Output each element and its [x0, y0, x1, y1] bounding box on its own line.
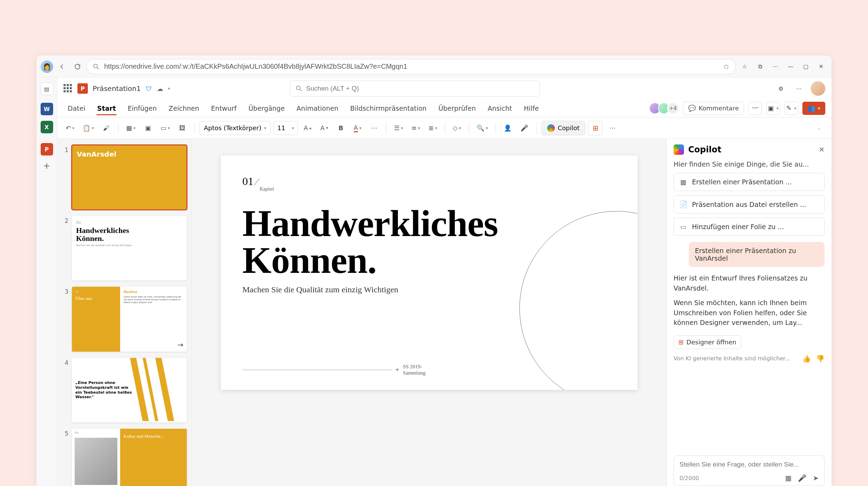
copilot-close-button[interactable]: ✕ — [819, 145, 825, 154]
font-size-select[interactable]: 11▾ — [274, 121, 298, 135]
slide-canvas[interactable]: 01 ∕ Kapitel HandwerklichesKönnen. Mache… — [192, 139, 666, 486]
collections-icon[interactable]: ⧉ — [754, 60, 766, 73]
current-slide[interactable]: 01 ∕ Kapitel HandwerklichesKönnen. Mache… — [221, 156, 637, 390]
tab-zeichnen[interactable]: Zeichnen — [165, 102, 203, 115]
new-slide-button[interactable]: ▦▾ — [123, 121, 138, 135]
catch-up-button[interactable]: 〰 — [748, 102, 762, 115]
share-button[interactable]: 👥 ▾ — [802, 102, 825, 115]
search-box[interactable] — [290, 81, 540, 97]
thumb-number: 2 — [62, 216, 68, 280]
more-font-button[interactable]: ⋯ — [367, 121, 381, 135]
app-rail: P + — [36, 139, 57, 486]
presence-avatars[interactable]: +4 — [652, 102, 679, 114]
align-button[interactable]: ≣▾ — [426, 121, 440, 135]
rail-powerpoint-icon[interactable]: P — [41, 143, 53, 156]
font-color-button[interactable]: A▾ — [351, 121, 365, 135]
thumbnail-1[interactable]: VanArsdel — [72, 145, 187, 210]
tab-entwurf[interactable]: Entwurf — [207, 102, 241, 115]
tab-hilfe[interactable]: Hilfe — [520, 102, 543, 115]
thumbs-up-button[interactable]: 👍 — [802, 354, 811, 363]
address-bar[interactable]: ✩ — [86, 59, 736, 74]
format-painter-button[interactable]: 🖌 — [99, 121, 113, 135]
suggestion-add-slide[interactable]: ▭Hinzufügen einer Folie zu ... — [674, 218, 825, 236]
picture-button[interactable]: 🖼 — [175, 121, 189, 135]
shrink-font-button[interactable]: A▾ — [317, 121, 331, 135]
save-status-icon[interactable]: ☁ — [157, 85, 163, 92]
find-button[interactable]: 🔍▾ — [474, 121, 491, 135]
copilot-input-box[interactable]: 0/2000 ▦ 🎤 ➤ — [674, 455, 825, 486]
reuse-slides-button[interactable]: ▣ — [141, 121, 155, 135]
tab-ansicht[interactable]: Ansicht — [483, 102, 516, 115]
thumbnail-2[interactable]: 01/ HandwerklichesKönnen. Machen Sie die… — [72, 216, 187, 280]
copilot-text-input[interactable] — [679, 461, 819, 468]
undo-button[interactable]: ↶▾ — [63, 121, 77, 135]
ribbon-tabs: Datei Start Einfügen Zeichnen Entwurf Üb… — [57, 99, 832, 117]
thumbs-down-button[interactable]: 👎 — [816, 354, 825, 363]
paste-button[interactable]: 📋▾ — [80, 121, 97, 135]
search-input[interactable] — [306, 85, 534, 92]
tab-ueberpruefen[interactable]: Überprüfen — [434, 102, 480, 115]
favorites-icon[interactable]: ☆ — [738, 60, 751, 73]
tab-animationen[interactable]: Animationen — [292, 102, 343, 115]
url-input[interactable] — [104, 62, 718, 70]
edit-button[interactable]: ✎ ▾ — [784, 102, 798, 115]
char-counter: 0/2000 — [679, 475, 699, 481]
thumbnail-5[interactable]: 03/ Kultur und Mensche... — [72, 429, 187, 486]
rail-tab-icon[interactable]: ▤ — [41, 83, 53, 95]
numbering-button[interactable]: ≡▾ — [409, 121, 423, 135]
document-title[interactable]: Präsentation1 — [93, 84, 141, 93]
tab-datei[interactable]: Datei — [64, 102, 90, 115]
tab-bildschirm[interactable]: Bildschirmpräsentation — [346, 102, 431, 115]
suggestion-from-file[interactable]: 📄Präsentation aus Datei erstellen ... — [674, 195, 825, 213]
shapes-button[interactable]: ◇▾ — [450, 121, 464, 135]
dictate-button[interactable]: 🎤 — [517, 121, 531, 135]
font-select[interactable]: Aptos (Textkörper)▾ — [199, 121, 271, 135]
user-avatar[interactable] — [811, 81, 825, 96]
app-window: 👩 ✩ ☆ ⧉ ⋯ — ▢ ✕ ▤ P Präsentation1 🛡 ☁ ▾ — [36, 56, 832, 486]
thumbnail-4[interactable]: „Eine Person ohne Vorstellungskraft ist … — [72, 358, 187, 422]
assistant-message: Wenn Sie möchten, kann ich Ihnen beim Um… — [674, 298, 825, 328]
tab-einfuegen[interactable]: Einfügen — [124, 102, 161, 115]
bullets-button[interactable]: ☰▾ — [391, 121, 406, 135]
shield-icon[interactable]: 🛡 — [146, 85, 152, 92]
back-button[interactable] — [56, 60, 68, 73]
bold-button[interactable]: B — [334, 121, 348, 135]
thumb-number: 4 — [62, 358, 68, 422]
grow-font-button[interactable]: A▴ — [301, 121, 315, 135]
toolbar-more-button[interactable]: ⋯ — [606, 121, 619, 135]
mic-icon[interactable]: 🎤 — [798, 474, 807, 482]
rail-add-button[interactable]: + — [43, 161, 50, 171]
send-button[interactable]: ➤ — [813, 474, 819, 482]
designer-button[interactable]: ⊞ — [588, 121, 603, 135]
app-launcher-icon[interactable] — [64, 84, 73, 93]
rail-word-icon[interactable]: W — [41, 103, 53, 115]
refresh-button[interactable] — [71, 60, 84, 73]
more-icon[interactable]: ⋯ — [769, 60, 782, 73]
tab-start[interactable]: Start — [93, 102, 120, 115]
attach-icon[interactable]: ▦ — [785, 474, 792, 482]
comment-icon: 💬 — [688, 104, 696, 112]
close-button[interactable]: ✕ — [815, 60, 827, 73]
suggestion-create-presentation[interactable]: ▦Erstellen einer Präsentation ... — [674, 173, 825, 191]
comments-button[interactable]: 💬 Kommentare — [683, 102, 744, 115]
settings-icon[interactable]: ⚙ — [775, 82, 787, 95]
copilot-icon — [547, 124, 555, 132]
title-chevron-icon[interactable]: ▾ — [168, 86, 170, 91]
rehearse-button[interactable]: 👤 — [501, 121, 515, 135]
search-icon — [296, 85, 302, 92]
designer-chip[interactable]: ⊞Designer öffnen — [674, 335, 741, 349]
copilot-button[interactable]: Copilot — [541, 121, 585, 135]
more-options-icon[interactable]: ⋯ — [793, 82, 805, 95]
copilot-logo-icon — [674, 144, 684, 155]
rail-excel-icon[interactable]: X — [41, 121, 53, 133]
file-icon: 📄 — [679, 200, 687, 208]
thumbnail-3[interactable]: 02/Über uns. ManifestLorem ipsum dolor s… — [72, 287, 187, 351]
favorite-icon[interactable]: ✩ — [723, 62, 729, 71]
collapse-ribbon-button[interactable]: ⌄ — [812, 121, 826, 135]
minimize-button[interactable]: — — [784, 60, 797, 73]
maximize-button[interactable]: ▢ — [800, 60, 812, 73]
tab-uebergaenge[interactable]: Übergänge — [244, 102, 289, 115]
present-button[interactable]: ▣ ▾ — [766, 102, 780, 115]
profile-avatar[interactable]: 👩 — [41, 60, 53, 73]
layout-button[interactable]: ▭▾ — [158, 121, 173, 135]
